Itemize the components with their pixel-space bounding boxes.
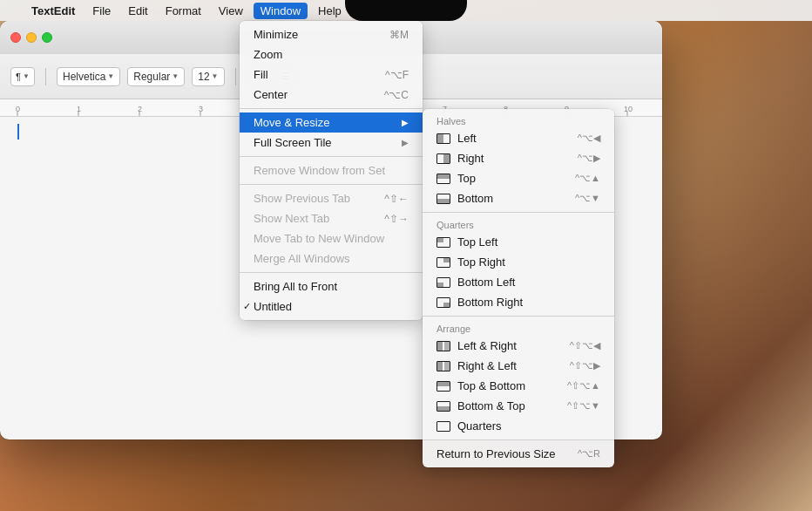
submenu-bottom-top[interactable]: Bottom & Top ^⇧⌥▼ bbox=[423, 396, 614, 416]
toolbar-separator-2 bbox=[235, 68, 236, 85]
font-name-select[interactable]: Helvetica ▼ bbox=[57, 67, 120, 86]
submenu-bottom-right-content: Bottom Right bbox=[436, 296, 523, 309]
lr-split-icon bbox=[436, 341, 450, 351]
right-shortcut: ^⌥▶ bbox=[578, 153, 600, 164]
paragraph-icon: ¶ bbox=[16, 72, 21, 82]
submenu-bt-content: Bottom & Top bbox=[436, 399, 525, 412]
remove-window-label: Remove Window from Set bbox=[254, 164, 385, 177]
svg-text:2: 2 bbox=[138, 105, 142, 113]
submenu-quarters[interactable]: Quarters bbox=[423, 416, 614, 436]
submenu-bottom-left-content: Bottom Left bbox=[436, 276, 515, 289]
rl-split-icon bbox=[436, 361, 450, 371]
submenu-rl-content: Right & Left bbox=[436, 359, 517, 372]
submenu-sep-2 bbox=[423, 316, 614, 317]
menu-sep-3 bbox=[240, 184, 423, 185]
submenu-return-content: Return to Previous Size bbox=[436, 447, 556, 460]
move-to-window-label: Move Tab to New Window bbox=[254, 232, 384, 245]
apple-menu[interactable] bbox=[7, 9, 21, 12]
submenu-bottom-left[interactable]: Bottom Left bbox=[423, 272, 614, 292]
show-prev-tab-label: Show Previous Tab bbox=[254, 192, 350, 205]
font-style-select[interactable]: Regular ▼ bbox=[127, 67, 185, 86]
quarters-label-item: Quarters bbox=[457, 419, 502, 433]
submenu-left-content: Left bbox=[436, 132, 477, 145]
maximize-button[interactable] bbox=[42, 32, 52, 43]
submenu-sep-3 bbox=[423, 439, 614, 440]
top-label: Top bbox=[457, 172, 476, 185]
bring-to-front-label: Bring All to Front bbox=[254, 280, 337, 293]
top-half-icon bbox=[436, 174, 450, 184]
top-right-label: Top Right bbox=[457, 256, 505, 269]
zoom-label: Zoom bbox=[254, 48, 282, 61]
merge-windows-label: Merge All Windows bbox=[254, 252, 350, 265]
menu-bring-to-front[interactable]: Bring All to Front bbox=[240, 276, 423, 296]
menubar-edit[interactable]: Edit bbox=[121, 3, 154, 19]
menubar-app-name[interactable]: TextEdit bbox=[24, 3, 82, 19]
untitled-check: ✓ bbox=[243, 301, 251, 312]
minimize-button[interactable] bbox=[26, 32, 37, 43]
menu-sep-1 bbox=[240, 108, 423, 109]
left-label: Left bbox=[457, 132, 477, 145]
halves-label: Halves bbox=[423, 112, 614, 128]
menubar-format[interactable]: Format bbox=[159, 3, 208, 19]
menu-show-prev-tab: Show Previous Tab ^⇧← bbox=[240, 188, 423, 208]
submenu-quarters-content: Quarters bbox=[436, 419, 502, 433]
top-shortcut: ^⌥▲ bbox=[575, 173, 600, 184]
fill-label: Fill bbox=[254, 68, 268, 81]
menu-remove-window: Remove Window from Set bbox=[240, 160, 423, 181]
submenu-right-content: Right bbox=[436, 152, 484, 165]
window-menu: Minimize ⌘M Zoom Fill ^⌥F Center ^⌥C Mov… bbox=[240, 21, 423, 320]
menu-show-next-tab: Show Next Tab ^⇧→ bbox=[240, 208, 423, 228]
top-left-label: Top Left bbox=[457, 235, 497, 249]
right-left-label: Right & Left bbox=[457, 359, 517, 372]
toolbar-separator-1 bbox=[45, 68, 46, 85]
menubar-help[interactable]: Help bbox=[311, 3, 348, 19]
font-size-select[interactable]: 12 ▼ bbox=[192, 67, 224, 86]
submenu-bottom-content: Bottom bbox=[436, 192, 493, 205]
submenu-lr-content: Left & Right bbox=[436, 339, 517, 352]
menu-move-resize[interactable]: Move & Resize ▶ Halves Left ^⌥◀ Right ^⌥… bbox=[240, 112, 423, 133]
show-next-tab-shortcut: ^⇧→ bbox=[384, 213, 409, 225]
bottom-shortcut: ^⌥▼ bbox=[575, 193, 600, 204]
submenu-return-previous[interactable]: Return to Previous Size ^⌥R bbox=[423, 444, 614, 464]
menubar-file[interactable]: File bbox=[85, 3, 118, 19]
minimize-shortcut: ⌘M bbox=[389, 29, 409, 41]
menu-merge-windows: Merge All Windows bbox=[240, 249, 423, 269]
submenu-bottom-right[interactable]: Bottom Right bbox=[423, 292, 614, 312]
menu-fill[interactable]: Fill ^⌥F bbox=[240, 65, 423, 85]
bt-shortcut: ^⇧⌥▼ bbox=[567, 400, 600, 412]
bt-icon bbox=[436, 401, 450, 412]
font-style-chevron: ▼ bbox=[172, 72, 179, 80]
submenu-top-left[interactable]: Top Left bbox=[423, 232, 614, 252]
menubar-view[interactable]: View bbox=[212, 3, 250, 19]
submenu-left-right[interactable]: Left & Right ^⇧⌥◀ bbox=[423, 336, 614, 356]
font-name-chevron: ▼ bbox=[107, 72, 114, 80]
submenu-right[interactable]: Right ^⌥▶ bbox=[423, 148, 614, 168]
return-previous-label: Return to Previous Size bbox=[436, 447, 556, 460]
menu-full-screen-tile[interactable]: Full Screen Tile ▶ bbox=[240, 133, 423, 153]
submenu-left[interactable]: Left ^⌥◀ bbox=[423, 128, 614, 148]
font-size-value: 12 bbox=[198, 71, 209, 83]
submenu-bottom[interactable]: Bottom ^⌥▼ bbox=[423, 188, 614, 208]
menu-zoom[interactable]: Zoom bbox=[240, 44, 423, 65]
paragraph-chevron: ▼ bbox=[23, 72, 30, 80]
submenu-right-left[interactable]: Right & Left ^⇧⌥▶ bbox=[423, 356, 614, 376]
paragraph-style-button[interactable]: ¶ ▼ bbox=[10, 67, 35, 86]
return-shortcut: ^⌥R bbox=[578, 448, 600, 460]
bottom-left-icon bbox=[436, 277, 450, 288]
svg-text:0: 0 bbox=[16, 105, 20, 113]
left-half-icon bbox=[436, 133, 450, 144]
left-shortcut: ^⌥◀ bbox=[578, 133, 600, 144]
submenu-top[interactable]: Top ^⌥▲ bbox=[423, 168, 614, 188]
submenu-top-right[interactable]: Top Right bbox=[423, 252, 614, 272]
move-resize-submenu: Halves Left ^⌥◀ Right ^⌥▶ Top bbox=[423, 109, 614, 467]
camera-notch bbox=[345, 0, 467, 21]
bottom-top-label: Bottom & Top bbox=[457, 399, 525, 412]
menu-untitled[interactable]: ✓ Untitled bbox=[240, 296, 423, 317]
font-style-value: Regular bbox=[133, 71, 170, 83]
submenu-top-bottom[interactable]: Top & Bottom ^⇧⌥▲ bbox=[423, 376, 614, 396]
menubar-window[interactable]: Window bbox=[254, 3, 308, 19]
menu-minimize[interactable]: Minimize ⌘M bbox=[240, 24, 423, 44]
menu-center[interactable]: Center ^⌥C bbox=[240, 85, 423, 105]
close-button[interactable] bbox=[10, 32, 21, 43]
lr-shortcut: ^⇧⌥◀ bbox=[570, 340, 600, 351]
